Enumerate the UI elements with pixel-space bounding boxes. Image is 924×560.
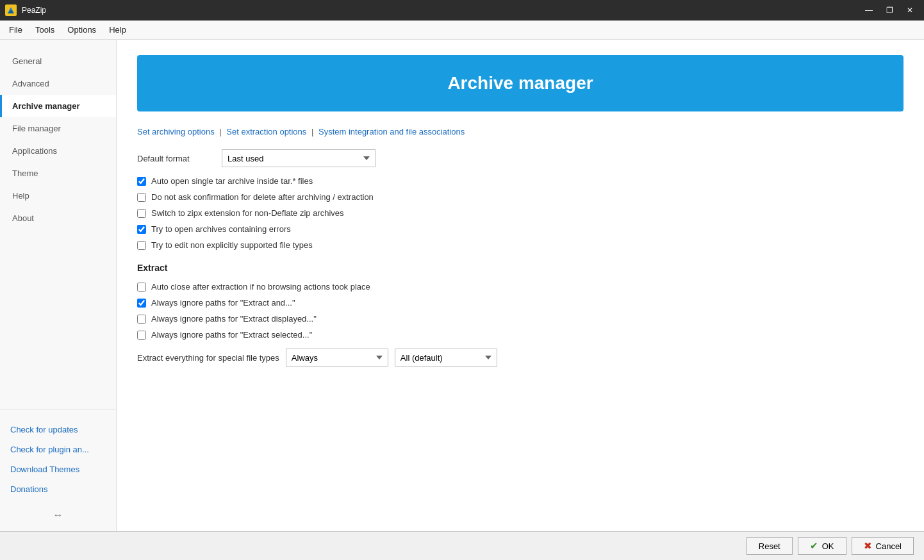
titlebar: PeaZip — ❐ ✕ <box>0 0 924 21</box>
app-title: PeaZip <box>22 6 46 15</box>
sidebar-item-general[interactable]: General <box>0 50 116 72</box>
main-layout: General Advanced Archive manager File ma… <box>0 40 924 531</box>
link-separator-1: | <box>219 127 224 136</box>
maximize-button[interactable]: ❐ <box>880 4 898 17</box>
extract-special-label: Extract everything for special file type… <box>137 353 279 363</box>
sidebar-link-download-themes[interactable]: Download Themes <box>0 459 116 479</box>
sidebar-divider <box>0 409 116 409</box>
content-area: Archive manager Set archiving options | … <box>117 40 924 531</box>
checkbox-try-open-errors-label: Try to open archives containing errors <box>151 224 291 234</box>
set-extraction-link[interactable]: Set extraction options <box>226 127 306 136</box>
sidebar: General Advanced Archive manager File ma… <box>0 40 117 531</box>
checkbox-auto-open-tar-label: Auto open single tar archive inside tar.… <box>151 176 313 186</box>
sidebar-item-applications[interactable]: Applications <box>0 140 116 162</box>
sidebar-item-archive-manager[interactable]: Archive manager <box>0 95 116 117</box>
sidebar-item-file-manager[interactable]: File manager <box>0 117 116 140</box>
extract-special-row: Extract everything for special file type… <box>137 349 903 366</box>
sidebar-link-donations[interactable]: Donations <box>0 479 116 499</box>
checkbox-always-ignore-selected-input[interactable] <box>137 331 146 340</box>
sidebar-link-check-updates[interactable]: Check for updates <box>0 420 116 440</box>
resize-icon: ↔ <box>53 509 63 521</box>
cancel-label: Cancel <box>876 541 902 551</box>
menu-options[interactable]: Options <box>61 22 103 37</box>
extract-special-select2[interactable]: All (default) Images Documents Archives <box>395 349 497 366</box>
link-separator-2: | <box>311 127 316 136</box>
checkbox-always-ignore-and-input[interactable] <box>137 299 146 308</box>
checkbox-try-edit-non-supported-label: Try to edit non explicitly supported fil… <box>151 240 313 250</box>
menu-help[interactable]: Help <box>103 22 133 37</box>
checkbox-auto-open-tar: Auto open single tar archive inside tar.… <box>137 176 903 186</box>
close-button[interactable]: ✕ <box>901 4 919 17</box>
cancel-button[interactable]: ✖ Cancel <box>852 537 914 555</box>
checkbox-switch-zipx-label: Switch to zipx extension for non-Deflate… <box>151 208 344 218</box>
checkbox-auto-close-extract-label: Auto close after extraction if no browsi… <box>151 282 370 292</box>
links-row: Set archiving options | Set extraction o… <box>137 127 903 136</box>
app-logo <box>5 4 17 16</box>
minimize-button[interactable]: — <box>860 4 878 17</box>
sidebar-item-about[interactable]: About <box>0 207 116 229</box>
menu-tools[interactable]: Tools <box>29 22 61 37</box>
titlebar-controls: — ❐ ✕ <box>860 4 919 17</box>
extract-special-select1[interactable]: Always Never Ask <box>286 349 388 366</box>
sidebar-link-check-plugin[interactable]: Check for plugin an... <box>0 440 116 459</box>
ok-button[interactable]: ✔ OK <box>798 537 846 555</box>
menubar: File Tools Options Help <box>0 21 924 40</box>
checkbox-try-edit-non-supported: Try to edit non explicitly supported fil… <box>137 240 903 250</box>
sidebar-item-help[interactable]: Help <box>0 185 116 207</box>
extract-section-title: Extract <box>137 263 903 273</box>
default-format-select[interactable]: Last used ZIP 7Z TAR GZ BZ2 <box>222 149 375 167</box>
bottom-bar: Reset ✔ OK ✖ Cancel <box>0 531 924 560</box>
checkbox-always-ignore-selected: Always ignore paths for "Extract selecte… <box>137 330 903 340</box>
titlebar-left: PeaZip <box>5 4 46 16</box>
ok-check-icon: ✔ <box>810 540 818 552</box>
set-archiving-link[interactable]: Set archiving options <box>137 127 215 136</box>
ok-label: OK <box>822 541 834 551</box>
sidebar-resize-handle[interactable]: ↔ <box>0 504 116 526</box>
checkbox-try-open-errors-input[interactable] <box>137 225 146 234</box>
checkbox-switch-zipx-input[interactable] <box>137 209 146 218</box>
checkbox-try-edit-non-supported-input[interactable] <box>137 241 146 250</box>
sidebar-nav: General Advanced Archive manager File ma… <box>0 50 116 404</box>
checkbox-auto-close-extract: Auto close after extraction if no browsi… <box>137 282 903 292</box>
cancel-x-icon: ✖ <box>864 540 872 552</box>
checkbox-no-confirm-delete-label: Do not ask confirmation for delete after… <box>151 192 374 202</box>
checkbox-always-ignore-displayed-label: Always ignore paths for "Extract display… <box>151 314 317 324</box>
checkbox-no-confirm-delete: Do not ask confirmation for delete after… <box>137 192 903 202</box>
checkbox-auto-close-extract-input[interactable] <box>137 283 146 292</box>
sidebar-bottom: Check for updates Check for plugin an...… <box>0 415 116 504</box>
checkbox-always-ignore-selected-label: Always ignore paths for "Extract selecte… <box>151 330 312 340</box>
checkbox-auto-open-tar-input[interactable] <box>137 177 146 186</box>
reset-label: Reset <box>759 541 780 551</box>
default-format-label: Default format <box>137 154 214 163</box>
checkbox-always-ignore-and-label: Always ignore paths for "Extract and..." <box>151 298 295 308</box>
checkbox-always-ignore-displayed-input[interactable] <box>137 315 146 324</box>
checkbox-always-ignore-displayed: Always ignore paths for "Extract display… <box>137 314 903 324</box>
checkbox-try-open-errors: Try to open archives containing errors <box>137 224 903 234</box>
sidebar-item-theme[interactable]: Theme <box>0 162 116 185</box>
content-header: Archive manager <box>137 55 903 111</box>
checkbox-switch-zipx: Switch to zipx extension for non-Deflate… <box>137 208 903 218</box>
checkbox-no-confirm-delete-input[interactable] <box>137 193 146 202</box>
default-format-row: Default format Last used ZIP 7Z TAR GZ B… <box>137 149 903 167</box>
system-integration-link[interactable]: System integration and file associations <box>318 127 465 136</box>
checkbox-always-ignore-and: Always ignore paths for "Extract and..." <box>137 298 903 308</box>
content-header-title: Archive manager <box>447 73 593 93</box>
sidebar-item-advanced[interactable]: Advanced <box>0 72 116 95</box>
reset-button[interactable]: Reset <box>747 537 793 555</box>
menu-file[interactable]: File <box>3 22 29 37</box>
